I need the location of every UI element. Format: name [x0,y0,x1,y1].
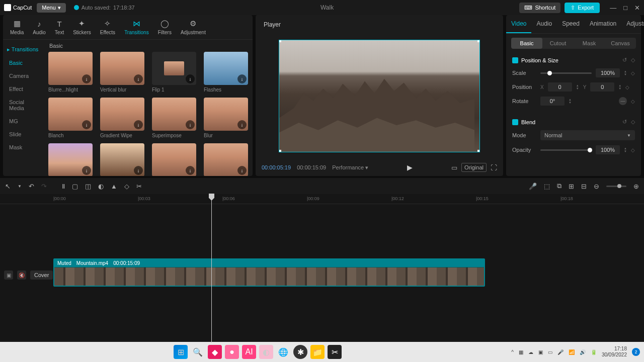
scale-spinner[interactable]: ▲▼ [624,70,627,76]
category-social-media[interactable]: Social Media [3,96,46,115]
export-button[interactable]: ⇧ Export [565,3,600,13]
download-icon[interactable]: ↓ [82,166,91,175]
transition-thumb[interactable]: ↓ [204,143,251,176]
tool-tab-effects[interactable]: ✧Effects [96,17,119,37]
download-icon[interactable]: ↓ [134,166,143,175]
tray-volume-icon[interactable]: 🔊 [580,349,586,355]
inspector-tab-speed[interactable]: Speed [557,15,585,33]
download-icon[interactable]: ↓ [237,166,247,175]
crop-left-tool[interactable]: ◫ [85,183,91,190]
transition-thumb[interactable]: ↓Vertical blur [100,52,147,93]
opacity-input[interactable] [596,145,620,154]
ratio-icon[interactable]: ▭ [451,164,457,171]
resize-handle-bl[interactable] [279,150,281,152]
tray-chevron-icon[interactable]: ^ [511,349,514,355]
rotate-keyframe[interactable]: ◇ [631,99,635,104]
download-icon[interactable]: ↓ [82,74,91,83]
download-icon[interactable]: ↓ [237,120,247,129]
category-mask[interactable]: Mask [3,141,46,154]
delete-tool[interactable]: ▢ [72,183,78,190]
timeline[interactable]: |00:00|00:03|00:06|00:09|00:12|00:15|00:… [0,194,644,343]
redo-button[interactable]: ↷ [41,183,47,190]
zoom-out-button[interactable]: ⊖ [594,183,599,190]
tool-tab-audio[interactable]: ♪Audio [29,17,50,37]
inspector-subtab-canvas[interactable]: Canvas [605,38,636,49]
transition-thumb[interactable]: ↓ [152,143,199,176]
blend-checkbox[interactable] [512,119,518,125]
taskbar-app-4[interactable]: ◐ [259,345,273,359]
shortcut-button[interactable]: ⌨ Shortcut [519,3,560,13]
download-icon[interactable]: ↓ [134,74,143,83]
taskbar-app-3[interactable]: AI [242,345,256,359]
tray-mic-icon[interactable]: 🎤 [557,349,564,355]
taskbar-app-2[interactable]: ● [225,345,239,359]
freeze-tool[interactable]: ◐ [98,183,104,190]
transition-thumb[interactable]: ↓Blanch [48,98,95,138]
inspector-tab-audio[interactable]: Audio [531,15,557,33]
transition-thumb[interactable]: ↓Flashes [204,52,251,93]
position-size-checkbox[interactable] [512,57,518,63]
transition-thumb[interactable]: ↓ [100,143,147,176]
category-mg[interactable]: MG [3,115,46,128]
select-tool[interactable]: ↖ [5,183,11,190]
preview-tool[interactable]: ⊞ [569,183,574,190]
magnet-tool[interactable]: ⬚ [544,183,550,190]
inspector-subtab-mask[interactable]: Mask [574,38,605,49]
transition-thumb[interactable]: ↓ [48,143,95,176]
transition-thumb[interactable]: ↓Gradient Wipe [100,98,147,138]
maximize-button[interactable]: □ [623,4,627,12]
close-button[interactable]: ✕ [634,4,640,12]
blend-mode-select[interactable]: Normal ▼ [540,130,635,140]
position-x-input[interactable] [548,82,572,92]
tray-cloud-icon[interactable]: ☁ [528,349,533,355]
reset-icon[interactable]: ↺ [622,57,627,63]
transition-thumb[interactable]: ↓Superimpose [152,98,199,138]
resize-handle-tr[interactable] [477,40,480,42]
undo-button[interactable]: ↶ [29,183,34,190]
tool-tab-text[interactable]: TText [51,17,68,37]
tool-tab-adjustment[interactable]: ⚙Adjustment [177,17,210,37]
scale-keyframe[interactable]: ◇ [631,70,635,76]
resize-handle-br[interactable] [477,150,480,152]
player-viewport[interactable] [279,40,480,152]
rotate-tool[interactable]: ◇ [124,183,129,190]
transition-thumb[interactable]: ↓Flip 1 [152,52,199,93]
search-button[interactable]: 🔍 [191,345,205,359]
minimize-button[interactable]: — [610,4,616,12]
position-y-input[interactable] [590,82,614,92]
category-camera[interactable]: Camera [3,69,46,82]
scale-input[interactable] [596,68,620,77]
keyframe-icon[interactable]: ◇ [631,119,635,125]
opacity-slider[interactable] [540,149,592,151]
video-clip[interactable]: Muted Mountain.mp4 00:00:15:09 [53,258,485,287]
scale-slider[interactable] [540,72,592,74]
keyframe-icon[interactable]: ◇ [631,57,635,63]
select-mode-dropdown[interactable]: ▼ [18,184,22,189]
category-effect[interactable]: Effect [3,82,46,96]
inspector-tab-animation[interactable]: Animation [585,15,621,33]
download-icon[interactable]: ↓ [82,120,91,129]
taskbar-time[interactable]: 17:18 [602,346,627,352]
marker-tool[interactable]: ⊟ [581,183,587,190]
tray-battery-icon[interactable]: 🔋 [591,349,597,355]
link-tool[interactable]: ⧉ [557,182,561,190]
split-tool[interactable]: Ⅱ [62,183,65,190]
tray-wifi-icon[interactable]: 📶 [569,349,575,355]
cover-button[interactable]: Cover [30,270,53,280]
performance-menu[interactable]: Performance▾ [332,164,368,171]
capcut-taskbar[interactable]: ✂ [328,345,342,359]
menu-button[interactable]: Menu ▾ [37,3,66,13]
category-head[interactable]: ▸ Transitions [3,43,46,56]
opacity-spinner[interactable]: ▲▼ [624,147,627,153]
reset-icon[interactable]: ↺ [622,119,627,125]
download-icon[interactable]: ↓ [186,166,195,175]
record-button[interactable]: 🎤 [529,183,537,190]
download-icon[interactable]: ↓ [186,74,195,83]
download-icon[interactable]: ↓ [237,74,247,83]
inspector-tab-video[interactable]: Video [506,15,531,33]
rotate-spinner[interactable]: ▲▼ [569,99,572,104]
download-icon[interactable]: ↓ [134,120,143,129]
position-keyframe[interactable]: ◇ [625,84,629,90]
category-slide[interactable]: Slide [3,128,46,141]
original-toggle[interactable]: Original [461,163,487,172]
